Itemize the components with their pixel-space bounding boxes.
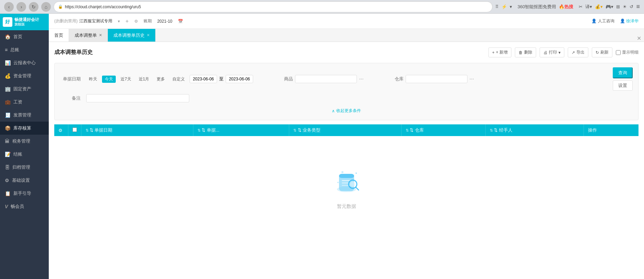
svg-rect-4 — [342, 182, 349, 183]
refresh-icon: ↻ — [596, 50, 599, 55]
forward-button[interactable]: › — [16, 2, 26, 12]
add-org-btn[interactable]: + — [125, 18, 128, 24]
sidebar-item-inventory[interactable]: 📦 库存核算 — [0, 122, 49, 135]
export-btn[interactable]: ↗ 导出 — [568, 47, 588, 57]
goods-input[interactable] — [295, 75, 357, 83]
close-all-tabs-btn[interactable]: ✕ — [637, 35, 641, 42]
calendar-icon[interactable]: 📅 — [178, 19, 183, 24]
menu-icon[interactable]: ≡ — [636, 3, 640, 10]
sidebar-item-archive[interactable]: 🗄 归档管理 — [0, 161, 49, 174]
tab-cost-history[interactable]: 成本调整单历史 ✕ — [108, 29, 156, 42]
select-all-checkbox[interactable] — [72, 127, 77, 132]
settings-filter-btn[interactable]: 设置 — [613, 80, 633, 91]
sidebar-label-inventory: 库存核算 — [13, 125, 31, 131]
scissors-icon[interactable]: ✂ — [579, 4, 583, 9]
wallet-icon[interactable]: 💰▾ — [595, 4, 603, 9]
svg-point-10 — [355, 172, 357, 174]
sidebar-label-home: 首页 — [13, 34, 22, 40]
sidebar-item-member[interactable]: V 畅会员 — [0, 200, 49, 213]
query-btn[interactable]: 查询 — [613, 67, 633, 78]
date-from-input[interactable] — [190, 75, 217, 83]
date-to-input[interactable] — [226, 75, 253, 83]
sidebar-item-assets[interactable]: 🏢 固定资产 — [0, 82, 49, 96]
refresh-btn[interactable]: ↻ 刷新 — [592, 47, 612, 57]
sidebar-item-salary[interactable]: 💼 工资 — [0, 96, 49, 109]
org-dropdown-icon[interactable]: ▾ — [118, 19, 120, 24]
page-title: 成本调整单历史 — [54, 49, 93, 56]
yesterday-btn[interactable]: 昨天 — [86, 76, 100, 83]
print-icon: 🖨 — [543, 50, 547, 55]
dropdown-icon[interactable]: ▾ — [510, 4, 512, 9]
col-date[interactable]: ⇅ 单据日期 — [81, 124, 193, 136]
col-type[interactable]: ⇅ 业务类型 — [289, 124, 402, 136]
col-checkbox[interactable] — [68, 124, 81, 136]
print-btn[interactable]: 🖨 打印 ▾ — [540, 47, 564, 57]
sidebar-label-guide: 新手引导 — [13, 190, 31, 197]
settings-icon: ⚙ — [5, 178, 9, 183]
hot-search-icon: 🔥热搜 — [559, 4, 573, 10]
url-text: https://cloud.chanjet.com/accounting/uru… — [65, 4, 141, 9]
date-filter-label: 单据日期 — [60, 76, 81, 82]
settings-btn[interactable]: ⚙ — [134, 19, 138, 24]
empty-illustration — [329, 164, 364, 198]
game-icon[interactable]: 🎮▾ — [606, 4, 613, 9]
sidebar-item-close[interactable]: 📝 结账 — [0, 148, 49, 161]
lightning-icon[interactable]: ⚡ — [501, 4, 507, 9]
remark-filter-label: 备注 — [60, 95, 81, 101]
sidebar-item-ledger[interactable]: ≡ 总账 — [0, 43, 49, 56]
sidebar-item-reports[interactable]: 📊 云报表中心 — [0, 56, 49, 69]
sidebar-item-home[interactable]: 🏠 首页 — [0, 30, 49, 43]
collapse-btn[interactable]: ∧ 收起更多条件 — [60, 106, 633, 116]
more-btn[interactable]: 更多 — [154, 76, 168, 83]
warehouse-input[interactable] — [406, 75, 467, 83]
sidebar-label-invoice: 发票管理 — [13, 112, 31, 118]
salary-icon: 💼 — [5, 99, 11, 105]
extensions-icon[interactable]: ⠿ — [495, 4, 499, 9]
goods-more-btn[interactable]: ··· — [359, 76, 363, 82]
col-number[interactable]: ⇅ 单据... — [193, 124, 289, 136]
today-btn[interactable]: 今天 — [102, 76, 116, 83]
new-btn[interactable]: + + 新增 — [488, 47, 511, 57]
sidebar-item-tax[interactable]: 🏛 税务管理 — [0, 135, 49, 148]
show-all-checkbox-area[interactable]: 显示明细 — [616, 49, 639, 55]
user-avatar[interactable]: 👤 徐泽华 — [620, 18, 639, 24]
tab-cost-adjustment-close[interactable]: ✕ — [99, 33, 102, 37]
home-button[interactable]: ⌂ — [41, 2, 51, 12]
service-btn[interactable]: 👤 人工咨询 — [591, 18, 614, 24]
page-tabs: 首页 成本调整单 ✕ 成本调整单历史 ✕ ✕ — [49, 29, 644, 42]
back-button[interactable]: ‹ — [4, 2, 14, 12]
sidebar-label-assets: 固定资产 — [13, 86, 31, 92]
last7days-btn[interactable]: 近7天 — [118, 76, 134, 83]
filter-row-2: 备注 — [60, 94, 633, 102]
sidebar-item-invoice[interactable]: 🧾 发票管理 — [0, 109, 49, 122]
sidebar-label-archive: 归档管理 — [12, 164, 30, 170]
tab-cost-adjustment[interactable]: 成本调整单 ✕ — [69, 29, 108, 42]
last-month-btn[interactable]: 近1月 — [136, 76, 152, 83]
warehouse-more-btn[interactable]: ··· — [470, 76, 474, 82]
remark-input[interactable] — [86, 94, 189, 102]
tab-cost-history-label: 成本调整单历史 — [113, 32, 145, 38]
undo-icon[interactable]: ↺ — [630, 4, 633, 9]
search-label: 360智能抠图免费用 — [518, 4, 556, 10]
sidebar-item-settings[interactable]: ⚙ 基础设置 — [0, 174, 49, 187]
svg-point-9 — [341, 171, 343, 173]
show-all-checkbox[interactable] — [616, 50, 621, 55]
custom-btn[interactable]: 自定义 — [170, 76, 188, 83]
empty-text: 暂元数据 — [337, 203, 356, 210]
tab-cost-history-close[interactable]: ✕ — [147, 33, 150, 37]
address-bar[interactable]: 🔒 https://cloud.chanjet.com/accounting/u… — [54, 1, 493, 12]
col-operator[interactable]: ⇅ 经手人 — [486, 124, 584, 136]
translate-icon[interactable]: 译▾ — [585, 4, 592, 10]
reload-button[interactable]: ↻ — [29, 2, 38, 12]
tab-home[interactable]: 首页 — [49, 29, 69, 42]
filter-dates: 昨天 今天 近7天 近1月 更多 自定义 至 — [86, 75, 253, 83]
home-icon: 🏠 — [5, 34, 11, 40]
sidebar-label-tax: 税务管理 — [12, 138, 30, 144]
col-warehouse[interactable]: ⇅ 仓库 — [402, 124, 486, 136]
grid-icon[interactable]: ⊞ — [616, 4, 620, 9]
sidebar-item-guide[interactable]: 📋 新手引导 — [0, 187, 49, 200]
theme-icon[interactable]: ☀ — [623, 4, 627, 9]
col-settings[interactable]: ⚙ — [54, 124, 68, 136]
sidebar-item-finance[interactable]: 💰 资金管理 — [0, 69, 49, 82]
delete-btn[interactable]: 🗑 删除 — [515, 47, 536, 57]
